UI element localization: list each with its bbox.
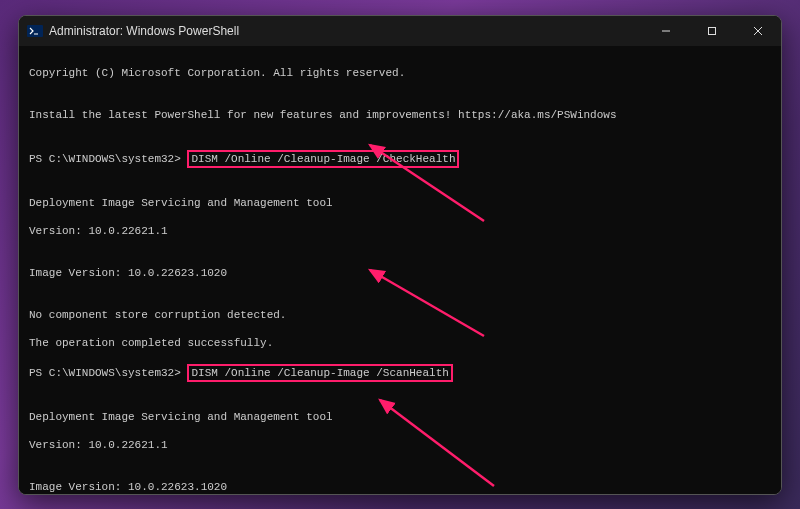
output-line: Deployment Image Servicing and Managemen… xyxy=(29,410,771,424)
output-line: No component store corruption detected. xyxy=(29,308,771,322)
annotation-arrow xyxy=(364,236,494,372)
output-line: Version: 10.0.22621.1 xyxy=(29,224,771,238)
svg-rect-0 xyxy=(27,25,43,37)
output-line: The operation completed successfully. xyxy=(29,336,771,350)
minimize-button[interactable] xyxy=(643,16,689,46)
prompt: PS C:\WINDOWS\system32> xyxy=(29,367,187,379)
prompt: PS C:\WINDOWS\system32> xyxy=(29,153,187,165)
svg-rect-3 xyxy=(709,27,716,34)
annotation-arrow xyxy=(374,366,504,494)
close-button[interactable] xyxy=(735,16,781,46)
svg-line-7 xyxy=(370,270,484,336)
output-line: Deployment Image Servicing and Managemen… xyxy=(29,196,771,210)
output-line: Image Version: 10.0.22623.1020 xyxy=(29,480,771,494)
powershell-icon xyxy=(27,23,43,39)
maximize-icon xyxy=(707,26,717,36)
command-highlight: DISM /Online /Cleanup-Image /ScanHealth xyxy=(187,364,452,382)
maximize-button[interactable] xyxy=(689,16,735,46)
output-line: Version: 10.0.22621.1 xyxy=(29,438,771,452)
output-line: Image Version: 10.0.22623.1020 xyxy=(29,266,771,280)
output-line: Copyright (C) Microsoft Corporation. All… xyxy=(29,66,771,80)
prompt-line: PS C:\WINDOWS\system32> DISM /Online /Cl… xyxy=(29,364,771,382)
window-title: Administrator: Windows PowerShell xyxy=(49,24,239,38)
titlebar[interactable]: Administrator: Windows PowerShell xyxy=(19,16,781,46)
terminal-output[interactable]: Copyright (C) Microsoft Corporation. All… xyxy=(19,46,781,494)
output-line: Install the latest PowerShell for new fe… xyxy=(29,108,771,122)
command-highlight: DISM /Online /Cleanup-Image /CheckHealth xyxy=(187,150,459,168)
powershell-window: Administrator: Windows PowerShell Copyri… xyxy=(18,15,782,495)
prompt-line: PS C:\WINDOWS\system32> DISM /Online /Cl… xyxy=(29,150,771,168)
close-icon xyxy=(753,26,763,36)
minimize-icon xyxy=(661,26,671,36)
